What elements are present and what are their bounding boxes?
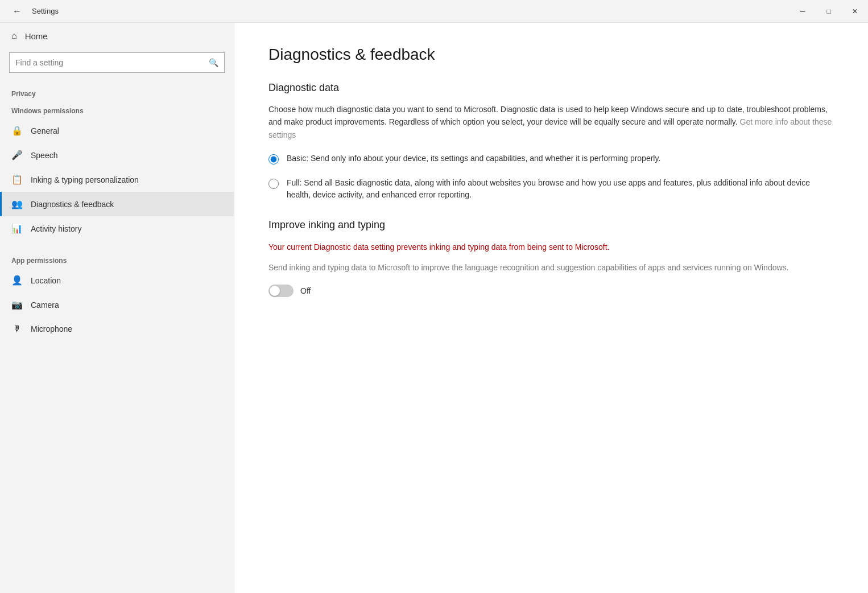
- sidebar-item-general[interactable]: 🔒 General: [0, 118, 234, 143]
- radio-option-full: Full: Send all Basic diagnostic data, al…: [268, 177, 834, 201]
- windows-permissions-label: Windows permissions: [0, 101, 234, 118]
- lock-icon: 🔒: [11, 125, 23, 136]
- sidebar-item-speech-label: Speech: [31, 151, 57, 160]
- sidebar-item-inking[interactable]: 📋 Inking & typing personalization: [0, 167, 234, 192]
- sidebar-item-diagnostics-label: Diagnostics & feedback: [31, 200, 114, 209]
- radio-full-label[interactable]: Full: Send all Basic diagnostic data, al…: [287, 177, 834, 201]
- activity-icon: 📊: [11, 223, 23, 234]
- inking-toggle[interactable]: [268, 285, 294, 297]
- sidebar-item-camera[interactable]: 📷 Camera: [0, 293, 234, 317]
- radio-basic[interactable]: [268, 154, 279, 164]
- sidebar-item-activity-label: Activity history: [31, 224, 81, 233]
- location-icon: 👤: [11, 275, 23, 286]
- sidebar-item-inking-label: Inking & typing personalization: [31, 175, 139, 184]
- radio-basic-label[interactable]: Basic: Send only info about your device,…: [287, 153, 660, 164]
- title-bar: ← Settings ─ □ ✕: [0, 0, 868, 23]
- sidebar-item-microphone[interactable]: 🎙 Microphone: [0, 317, 234, 341]
- inking-toggle-row: Off: [268, 285, 834, 297]
- camera-icon: 📷: [11, 299, 23, 310]
- search-icon: 🔍: [209, 58, 218, 67]
- close-button[interactable]: ✕: [842, 0, 868, 23]
- sidebar-item-activity[interactable]: 📊 Activity history: [0, 216, 234, 241]
- back-button[interactable]: ←: [7, 1, 27, 22]
- microphone-icon: 🎙: [11, 324, 23, 334]
- inking-warning: Your current Diagnostic data setting pre…: [268, 241, 834, 253]
- maximize-button[interactable]: □: [816, 0, 842, 23]
- sidebar-item-diagnostics[interactable]: 👥 Diagnostics & feedback: [0, 192, 234, 216]
- sidebar-item-general-label: General: [31, 126, 59, 135]
- diagnostics-icon: 👥: [11, 199, 23, 209]
- sidebar-item-microphone-label: Microphone: [31, 324, 72, 333]
- app-title: Settings: [32, 7, 59, 15]
- radio-full[interactable]: [268, 179, 279, 189]
- diagnostic-radio-group: Basic: Send only info about your device,…: [268, 153, 834, 201]
- sidebar-item-speech[interactable]: 🎤 Speech: [0, 143, 234, 167]
- sidebar-home-label: Home: [25, 31, 48, 41]
- inking-description: Send inking and typing data to Microsoft…: [268, 261, 834, 274]
- inking-toggle-label: Off: [300, 286, 311, 295]
- inking-icon: 📋: [11, 174, 23, 185]
- speech-icon: 🎤: [11, 150, 23, 160]
- search-input[interactable]: [15, 58, 209, 67]
- sidebar-item-camera-label: Camera: [31, 300, 59, 310]
- toggle-knob: [270, 286, 280, 296]
- search-box[interactable]: 🔍: [9, 52, 225, 73]
- diagnostic-data-description: Choose how much diagnostic data you want…: [268, 103, 834, 141]
- minimize-button[interactable]: ─: [790, 0, 816, 23]
- inking-section-title: Improve inking and typing: [268, 219, 834, 231]
- home-icon: ⌂: [11, 31, 17, 41]
- window-controls: ─ □ ✕: [790, 0, 868, 23]
- diagnostic-data-title: Diagnostic data: [268, 82, 834, 94]
- main-layout: ⌂ Home 🔍 Privacy Windows permissions 🔒 G…: [0, 23, 868, 593]
- sidebar-item-location-label: Location: [31, 276, 61, 285]
- sidebar: ⌂ Home 🔍 Privacy Windows permissions 🔒 G…: [0, 23, 234, 593]
- privacy-section-label: Privacy: [0, 84, 234, 101]
- radio-option-basic: Basic: Send only info about your device,…: [268, 153, 834, 164]
- app-permissions-label: App permissions: [0, 251, 234, 268]
- content-area: Diagnostics & feedback Diagnostic data C…: [234, 23, 868, 593]
- sidebar-item-location[interactable]: 👤 Location: [0, 268, 234, 293]
- sidebar-item-home[interactable]: ⌂ Home: [0, 23, 234, 49]
- page-title: Diagnostics & feedback: [268, 46, 834, 64]
